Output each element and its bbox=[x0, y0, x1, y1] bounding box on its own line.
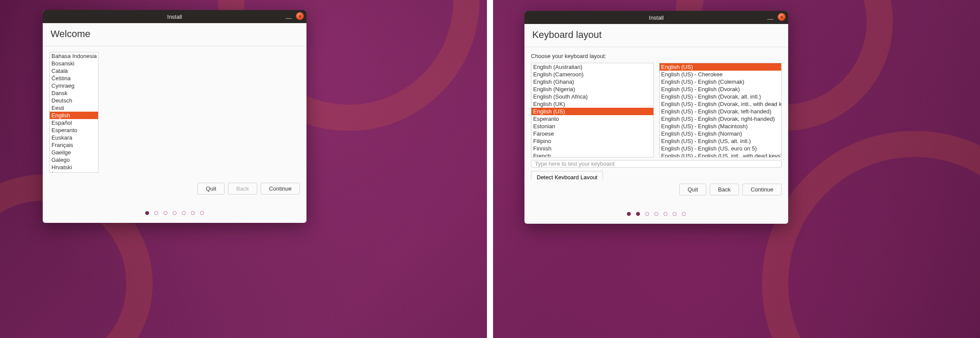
list-item[interactable]: Gaeilge bbox=[50, 149, 98, 156]
list-item[interactable]: Estonian bbox=[531, 123, 653, 130]
list-item[interactable]: English (US) - English (Colemak) bbox=[660, 78, 782, 85]
step-dot bbox=[636, 212, 640, 216]
back-button[interactable]: Back bbox=[710, 184, 739, 195]
list-item[interactable]: English bbox=[50, 112, 98, 119]
language-list[interactable]: Bahasa IndonesiaBosanskiCatalàČeštinaCym… bbox=[49, 52, 99, 173]
minimize-icon[interactable]: — bbox=[286, 13, 292, 19]
list-item[interactable]: Català bbox=[50, 67, 98, 75]
installer-window: Install — ✕ Welcome Bahasa IndonesiaBosa… bbox=[43, 10, 306, 223]
list-item[interactable]: English (US) bbox=[660, 63, 782, 71]
list-item[interactable]: English (US) - English (Dvorak, intl., w… bbox=[660, 100, 782, 108]
step-dot bbox=[664, 212, 667, 216]
list-item[interactable]: Esperanto bbox=[531, 115, 653, 123]
list-item[interactable]: English (US) - English (Norman) bbox=[660, 130, 782, 137]
list-item[interactable]: English (US) - Cherokee bbox=[660, 71, 782, 78]
list-item[interactable]: Bosanski bbox=[50, 60, 98, 67]
list-item[interactable]: English (US) - English (Macintosh) bbox=[660, 123, 782, 130]
step-dot bbox=[163, 211, 167, 215]
page-title: Welcome bbox=[43, 23, 306, 46]
step-dot bbox=[173, 211, 177, 215]
layout-list-variant[interactable]: English (US)English (US) - CherokeeEngli… bbox=[659, 63, 782, 157]
list-item[interactable]: Finnish bbox=[531, 145, 653, 152]
list-item[interactable]: Galego bbox=[50, 156, 98, 164]
list-item[interactable]: Euskara bbox=[50, 134, 98, 141]
list-item[interactable]: English (US) - English (Dvorak, alt. int… bbox=[660, 93, 782, 100]
list-item[interactable]: English (UK) bbox=[531, 100, 653, 108]
window-title: Install bbox=[167, 14, 182, 20]
page-title: Keyboard layout bbox=[524, 24, 788, 47]
list-item[interactable]: Français bbox=[50, 141, 98, 149]
step-dot bbox=[627, 212, 631, 216]
layout-list-country[interactable]: English (Australian)English (Cameroon)En… bbox=[531, 63, 654, 157]
step-dot bbox=[145, 211, 149, 215]
titlebar[interactable]: Install — ✕ bbox=[524, 11, 788, 24]
list-item[interactable]: English (Australian) bbox=[531, 63, 653, 71]
list-item[interactable]: English (US) - English (Dvorak, left-han… bbox=[660, 108, 782, 115]
screenshot-keyboard: Install — ✕ Keyboard layout Choose your … bbox=[493, 0, 980, 338]
keyboard-test-input[interactable] bbox=[531, 160, 782, 167]
list-item[interactable]: Faroese bbox=[531, 130, 653, 137]
step-indicator bbox=[524, 198, 788, 224]
window-title: Install bbox=[649, 14, 664, 21]
list-item[interactable]: English (US) bbox=[531, 108, 653, 115]
close-icon[interactable]: ✕ bbox=[296, 12, 304, 20]
list-item[interactable]: Español bbox=[50, 119, 98, 126]
list-item[interactable]: English (US) - English (US, euro on 5) bbox=[660, 145, 782, 152]
list-item[interactable]: Čeština bbox=[50, 75, 98, 82]
step-dot bbox=[191, 211, 195, 215]
minimize-icon[interactable]: — bbox=[767, 14, 773, 20]
quit-button[interactable]: Quit bbox=[679, 184, 706, 195]
continue-button[interactable]: Continue bbox=[261, 183, 300, 195]
list-item[interactable]: Filipino bbox=[531, 137, 653, 145]
list-item[interactable]: English (US) - English (Dvorak, right-ha… bbox=[660, 115, 782, 123]
step-dot bbox=[645, 212, 649, 216]
list-item[interactable]: English (South Africa) bbox=[531, 93, 653, 100]
quit-button[interactable]: Quit bbox=[197, 183, 225, 195]
list-item[interactable]: Deutsch bbox=[50, 97, 98, 104]
titlebar[interactable]: Install — ✕ bbox=[43, 10, 306, 23]
installer-window: Install — ✕ Keyboard layout Choose your … bbox=[524, 11, 788, 224]
step-indicator bbox=[43, 197, 306, 223]
step-dot bbox=[182, 211, 186, 215]
back-button: Back bbox=[228, 183, 257, 195]
screenshot-welcome: Install — ✕ Welcome Bahasa IndonesiaBosa… bbox=[0, 0, 487, 338]
list-item[interactable]: English (Ghana) bbox=[531, 78, 653, 85]
footer-buttons: Quit Back Continue bbox=[524, 179, 788, 198]
list-item[interactable]: English (US) - English (Dvorak) bbox=[660, 85, 782, 93]
list-item[interactable]: Dansk bbox=[50, 89, 98, 97]
screenshot-divider bbox=[487, 0, 493, 338]
step-dot bbox=[654, 212, 658, 216]
step-dot bbox=[682, 212, 686, 216]
list-item[interactable]: Esperanto bbox=[50, 126, 98, 134]
list-item[interactable]: Hrvatski bbox=[50, 164, 98, 171]
step-dot bbox=[154, 211, 158, 215]
step-dot bbox=[200, 211, 204, 215]
list-item[interactable]: Cymraeg bbox=[50, 82, 98, 89]
step-dot bbox=[673, 212, 677, 216]
close-icon[interactable]: ✕ bbox=[778, 13, 786, 21]
list-item[interactable]: English (Cameroon) bbox=[531, 71, 653, 78]
list-item[interactable]: Íslenska bbox=[50, 171, 98, 173]
continue-button[interactable]: Continue bbox=[742, 184, 782, 195]
footer-buttons: Quit Back Continue bbox=[43, 178, 306, 197]
list-item[interactable]: English (US) - English (US, alt. intl.) bbox=[660, 137, 782, 145]
list-item[interactable]: Eesti bbox=[50, 104, 98, 112]
list-item[interactable]: French bbox=[531, 152, 653, 157]
detect-layout-button[interactable]: Detect Keyboard Layout bbox=[531, 171, 603, 179]
list-item[interactable]: English (US) - English (US, intl., with … bbox=[660, 152, 782, 157]
list-item[interactable]: English (Nigeria) bbox=[531, 85, 653, 93]
list-item[interactable]: Bahasa Indonesia bbox=[50, 52, 98, 60]
choose-layout-label: Choose your keyboard layout: bbox=[531, 53, 782, 59]
